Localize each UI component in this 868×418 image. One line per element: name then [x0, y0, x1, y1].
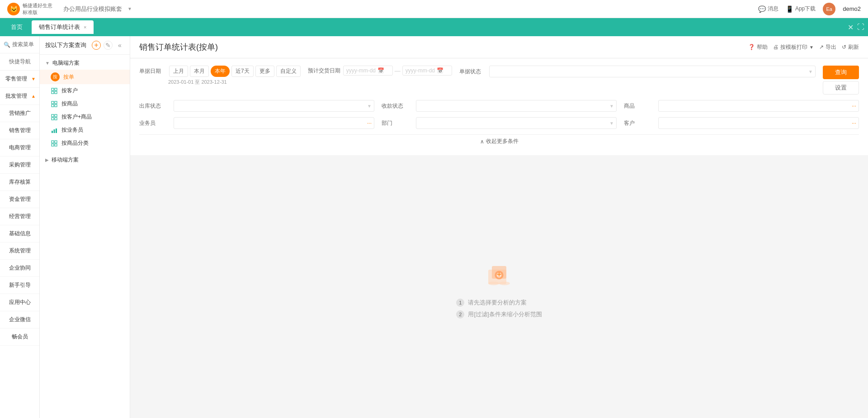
page-header: 销售订单统计表(按单) ❓ 帮助 🖨 按模板打印 ▼ ↗ 导出 — [130, 36, 868, 58]
collapse-btn[interactable]: ∧ 收起更多条件 — [139, 134, 859, 148]
date-btn-more[interactable]: 更多 — [255, 66, 274, 77]
tab-active[interactable]: 销售订单统计表 × — [32, 20, 94, 34]
date-btn-custom[interactable]: 自定义 — [276, 66, 301, 77]
status-select[interactable] — [489, 66, 816, 77]
scheme-item-by-customer-goods[interactable]: 按客户+商品 — [40, 110, 130, 124]
sidebar-item-system[interactable]: 系统管理 — [0, 242, 39, 260]
scheme-group-pc-header[interactable]: ▼ 电脑端方案 — [40, 57, 130, 70]
goods-ellipsis-icon[interactable]: ··· — [852, 103, 856, 109]
ship-status-select[interactable] — [174, 100, 374, 112]
avatar[interactable]: Ea — [823, 3, 835, 15]
sidebar-item-wholesale[interactable]: 批发管理 ▲ — [0, 88, 39, 105]
sidebar-item-operations[interactable]: 经营管理 — [0, 208, 39, 225]
sidebar-item-guide[interactable]: 新手引导 — [0, 277, 39, 294]
staff-label: 业务员 — [139, 119, 166, 127]
search-nav[interactable]: 🔍 搜索菜单 — [0, 36, 39, 53]
svg-rect-18 — [55, 144, 57, 146]
date-end-input[interactable]: yyyy-mm-dd 📅 — [402, 66, 452, 76]
dept-select[interactable] — [416, 117, 617, 129]
dept-wrapper: ▼ — [416, 117, 617, 129]
date-range-text: 2023-01-01 至 2023-12-31 — [141, 79, 301, 86]
retail-label: 零售管理 — [5, 75, 27, 83]
app-subtitle-arrow[interactable]: ▼ — [127, 6, 132, 11]
staff-wrapper: ··· — [174, 117, 374, 129]
scheme-item-by-order[interactable]: 按 按单 — [40, 70, 130, 84]
tab-bar: 首页 销售订单统计表 × ✕ ⛶ — [0, 18, 868, 36]
content-area: 按以下方案查询 + ✎ « ▼ 电脑端方案 按 按单 — [40, 36, 868, 418]
date-btn-this-year[interactable]: 本年 — [211, 66, 230, 77]
refresh-icon: ↺ — [842, 44, 846, 50]
scheme-group-pc: ▼ 电脑端方案 按 按单 按客户 — [40, 55, 130, 152]
close-window-icon[interactable]: ✕ — [848, 23, 854, 32]
sidebar-item-marketing[interactable]: 营销推广 — [0, 105, 39, 122]
date-start-input[interactable]: yyyy-mm-dd 📅 — [343, 66, 393, 76]
calendar-icon: 📅 — [377, 67, 384, 74]
sidebar-item-appcenter[interactable]: 应用中心 — [0, 294, 39, 311]
goods-input[interactable] — [658, 100, 859, 112]
sidebar-item-sales[interactable]: 销售管理 — [0, 122, 39, 139]
tab-bar-right: ✕ ⛶ — [848, 23, 864, 32]
date-btn-7days[interactable]: 近7天 — [231, 66, 254, 77]
tab-home[interactable]: 首页 — [4, 18, 30, 36]
svg-rect-5 — [55, 101, 57, 104]
svg-rect-11 — [55, 118, 57, 120]
sidebar-item-ecommerce[interactable]: 电商管理 — [0, 139, 39, 157]
staff-input[interactable] — [174, 117, 374, 129]
scheme-item-by-customer[interactable]: 按客户 — [40, 84, 130, 97]
date-btn-last-month[interactable]: 上月 — [169, 66, 188, 77]
left-panel: 按以下方案查询 + ✎ « ▼ 电脑端方案 按 按单 — [40, 36, 130, 418]
sidebar-item-inventory[interactable]: 库存核算 — [0, 174, 39, 191]
wholesale-arrow: ▲ — [31, 94, 36, 99]
ship-status-label: 出库状态 — [139, 102, 166, 110]
date-btn-this-month[interactable]: 本月 — [190, 66, 209, 77]
pay-status-select[interactable] — [416, 100, 617, 112]
empty-tip-2: 2 用[过滤]条件来缩小分析范围 — [456, 310, 542, 318]
message-btn[interactable]: 💬 消息 — [758, 5, 778, 13]
export-btn[interactable]: ↗ 导出 — [819, 43, 836, 51]
sidebar-item-retail[interactable]: 零售管理 ▼ — [0, 71, 39, 88]
customer-wrapper: ··· — [658, 117, 859, 129]
customer-icon — [51, 87, 58, 95]
sidebar-item-finance[interactable]: 资金管理 — [0, 191, 39, 208]
print-arrow: ▼ — [809, 45, 814, 50]
edit-scheme-btn[interactable]: ✎ — [104, 41, 113, 50]
scheme-group-mobile-header[interactable]: ▶ 移动端方案 — [40, 153, 130, 166]
customer-label: 客户 — [624, 119, 651, 127]
customer-input[interactable] — [658, 117, 859, 129]
sidebar-item-basic[interactable]: 基础信息 — [0, 225, 39, 242]
customer-ellipsis-icon[interactable]: ··· — [852, 120, 856, 126]
sidebar-item-collab[interactable]: 企业协同 — [0, 260, 39, 277]
tab-close-btn[interactable]: × — [84, 24, 86, 30]
scheme-active-icon: 按 — [51, 72, 60, 81]
scheme-item-by-category[interactable]: 按商品分类 — [40, 137, 130, 150]
retail-arrow: ▼ — [31, 76, 36, 81]
quick-nav-item[interactable]: 快捷导航 — [0, 53, 39, 71]
help-btn[interactable]: ❓ 帮助 — [748, 43, 768, 51]
message-icon: 💬 — [758, 5, 766, 13]
sidebar-item-member[interactable]: 畅会员 — [0, 328, 39, 346]
date-label: 单据日期 — [139, 67, 166, 75]
settings-btn[interactable]: 设置 — [823, 81, 859, 95]
svg-rect-15 — [52, 141, 54, 143]
svg-rect-10 — [52, 118, 54, 120]
app-download-btn[interactable]: 📱 App下载 — [786, 5, 816, 13]
staff-ellipsis-icon[interactable]: ··· — [367, 120, 372, 126]
scheme-item-label: 按商品 — [61, 100, 78, 108]
refresh-btn[interactable]: ↺ 刷新 — [842, 43, 859, 51]
collapse-panel-btn[interactable]: « — [115, 41, 124, 50]
add-scheme-btn[interactable]: + — [92, 41, 101, 50]
filter-row-3: 业务员 ··· 部门 ▼ 客户 ··· — [139, 117, 859, 129]
search-btn[interactable]: 查询 — [823, 66, 859, 79]
svg-rect-6 — [52, 104, 54, 107]
sidebar-item-wechat[interactable]: 企业微信 — [0, 311, 39, 328]
scheme-item-by-staff[interactable]: 按业务员 — [40, 124, 130, 137]
staff-icon — [51, 127, 58, 134]
logo-area: 🐱 畅捷通好生意 标准版 — [7, 2, 52, 15]
sidebar-item-purchase[interactable]: 采购管理 — [0, 157, 39, 174]
scheme-item-by-goods[interactable]: 按商品 — [40, 97, 130, 110]
svg-rect-14 — [56, 128, 57, 133]
pay-status-wrapper: ▼ — [416, 100, 617, 112]
maximize-icon[interactable]: ⛶ — [857, 23, 864, 31]
template-print-btn[interactable]: 🖨 按模板打印 ▼ — [773, 43, 814, 51]
tab-label: 销售订单统计表 — [39, 23, 80, 31]
